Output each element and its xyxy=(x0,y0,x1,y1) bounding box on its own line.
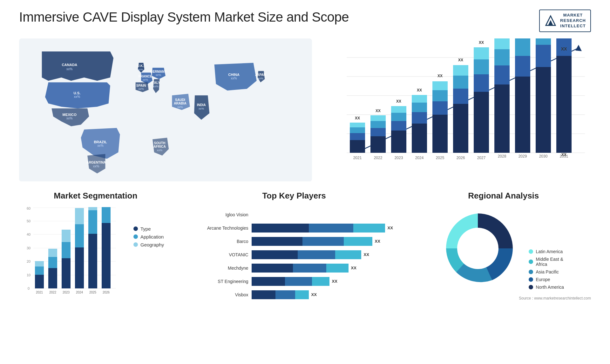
player-xx: XX xyxy=(375,239,380,244)
map-section: CANADA xx% U.S. xx% MEXICO xx% BRAZIL xx… xyxy=(19,38,312,178)
svg-rect-91 xyxy=(515,56,530,77)
svg-text:CANADA: CANADA xyxy=(62,63,77,67)
svg-rect-58 xyxy=(391,106,406,113)
svg-text:CHINA: CHINA xyxy=(228,72,240,76)
player-xx: XX xyxy=(332,279,337,284)
svg-text:2026: 2026 xyxy=(103,291,110,294)
bar-segment-2 xyxy=(309,224,353,233)
svg-rect-79 xyxy=(474,92,489,153)
player-bar xyxy=(252,290,309,299)
svg-rect-92 xyxy=(515,38,530,56)
svg-rect-52 xyxy=(370,115,386,121)
svg-rect-61 xyxy=(412,124,427,153)
svg-rect-70 xyxy=(432,81,448,90)
regional-legend: Latin America Middle East &Africa Asia P… xyxy=(529,249,570,290)
reg-label-asia-pacific: Asia Pacific xyxy=(536,269,559,274)
svg-rect-117 xyxy=(35,275,44,288)
logo: MARKET RESEARCH INTELLECT xyxy=(539,10,591,32)
player-name: Barco xyxy=(185,239,248,244)
svg-text:xx%: xx% xyxy=(199,107,204,110)
svg-text:xx%: xx% xyxy=(157,149,162,152)
reg-dot-europe xyxy=(529,277,533,282)
bar-segment-2 xyxy=(302,237,344,246)
player-bar-container: XX xyxy=(252,250,403,259)
player-name: ST Engineering xyxy=(185,279,248,284)
svg-text:xx%: xx% xyxy=(156,73,161,76)
player-name: VOTANIC xyxy=(185,252,248,257)
player-xx: XX xyxy=(351,266,356,270)
bar-segment-3 xyxy=(312,277,329,286)
bar-chart: XX 2021 XX 2022 XX 2023 xyxy=(325,38,591,178)
player-bar-container: XX xyxy=(252,277,403,286)
players-title: Top Key Players xyxy=(185,191,403,201)
bar-segment-1 xyxy=(252,290,275,299)
svg-rect-73 xyxy=(453,104,468,153)
svg-text:SAUDI: SAUDI xyxy=(175,98,185,101)
top-section: CANADA xx% U.S. xx% MEXICO xx% BRAZIL xx… xyxy=(19,38,591,178)
player-bar xyxy=(252,224,385,233)
svg-text:INDIA: INDIA xyxy=(197,103,206,107)
svg-rect-55 xyxy=(391,131,406,153)
svg-text:40: 40 xyxy=(27,233,30,236)
svg-text:XX: XX xyxy=(561,46,567,51)
seg-chart: 0 10 20 30 40 50 60 xyxy=(19,207,121,296)
svg-rect-133 xyxy=(88,234,97,288)
svg-rect-96 xyxy=(536,38,551,45)
svg-rect-45 xyxy=(350,127,365,133)
header: Immersive CAVE Display System Market Siz… xyxy=(19,10,591,32)
bar-segment-1 xyxy=(252,264,293,273)
svg-text:BRAZIL: BRAZIL xyxy=(94,140,107,144)
svg-text:xx%: xx% xyxy=(153,84,159,88)
svg-rect-134 xyxy=(88,210,97,234)
svg-text:2023: 2023 xyxy=(395,156,403,160)
svg-rect-62 xyxy=(412,112,427,124)
reg-legend-latin-america: Latin America xyxy=(529,249,564,254)
player-xx: XX xyxy=(364,252,369,257)
player-name: Igloo Vision xyxy=(185,212,248,217)
svg-text:0: 0 xyxy=(28,286,30,290)
reg-dot-middle-east xyxy=(529,260,533,264)
svg-text:xx%: xx% xyxy=(66,117,72,120)
world-map: CANADA xx% U.S. xx% MEXICO xx% BRAZIL xx… xyxy=(19,38,312,182)
svg-rect-119 xyxy=(35,261,44,266)
logo-icon xyxy=(544,14,557,27)
reg-label-north-america: North America xyxy=(536,285,564,290)
svg-text:xx%: xx% xyxy=(258,77,263,80)
svg-rect-85 xyxy=(494,84,510,153)
svg-rect-122 xyxy=(48,257,57,268)
svg-rect-137 xyxy=(102,223,111,288)
svg-rect-82 xyxy=(474,47,489,59)
segmentation-title: Market Segmentation xyxy=(19,191,172,201)
svg-text:10: 10 xyxy=(27,273,30,277)
svg-text:xx%: xx% xyxy=(93,164,99,168)
svg-rect-95 xyxy=(536,45,551,67)
legend-label-application: Application xyxy=(140,234,164,239)
player-bar-container: XX xyxy=(252,290,403,299)
bar-segment-2 xyxy=(298,250,335,259)
svg-text:AFRICA: AFRICA xyxy=(153,145,166,148)
svg-rect-88 xyxy=(494,38,510,49)
svg-rect-75 xyxy=(453,76,468,89)
player-bar xyxy=(252,237,372,246)
reg-dot-asia-pacific xyxy=(529,270,533,274)
svg-text:xx%: xx% xyxy=(74,95,80,98)
svg-text:ARGENTINA: ARGENTINA xyxy=(86,161,106,164)
svg-rect-76 xyxy=(453,65,468,76)
donut-chart xyxy=(437,207,519,290)
svg-text:xx%: xx% xyxy=(231,77,237,80)
player-bar-container: XX xyxy=(252,224,403,233)
segmentation-section: Market Segmentation 0 10 20 30 40 50 60 xyxy=(19,191,172,304)
svg-text:2021: 2021 xyxy=(353,156,362,160)
svg-text:xx%: xx% xyxy=(138,68,143,71)
bar-segment-3 xyxy=(326,264,349,273)
regional-container: Latin America Middle East &Africa Asia P… xyxy=(416,207,591,300)
svg-rect-50 xyxy=(370,128,386,136)
regional-section: Regional Analysis xyxy=(416,191,591,304)
svg-marker-1 xyxy=(548,20,553,25)
legend-geography: Geography xyxy=(133,242,164,247)
player-xx: XX xyxy=(311,292,317,297)
svg-text:GERMANY: GERMANY xyxy=(150,70,166,73)
svg-text:xx%: xx% xyxy=(143,78,148,81)
player-name: Mechdyne xyxy=(185,266,248,271)
player-bar-container xyxy=(252,210,403,219)
